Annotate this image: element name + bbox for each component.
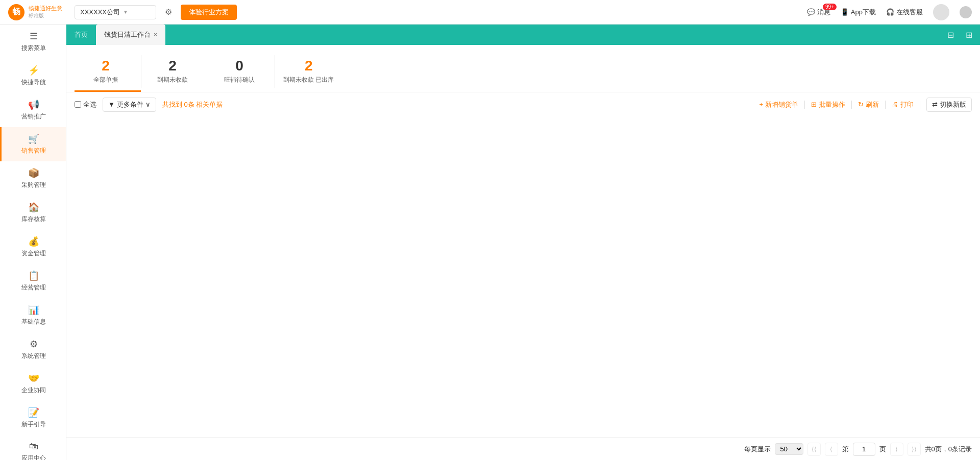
sidebar-label-sales: 销售管理	[21, 147, 46, 155]
filter-arrow-icon: ∨	[145, 101, 151, 108]
service-icon: 🎧	[886, 8, 894, 16]
logo-icon: 畅	[8, 4, 24, 20]
operations-icon: 📋	[28, 270, 39, 281]
first-page-button[interactable]: ⟨⟨	[807, 443, 821, 456]
summary-cards: 2 全部单据 2 到期未收款 0 旺辅待确认 2 到期未收款 已出库	[66, 45, 980, 92]
toolbar: 全选 ▼ 更多条件 ∨ 共找到 0条 相关单据 + 新增销货单	[66, 92, 980, 117]
refresh-icon: ↻	[858, 101, 864, 108]
message-icon: 💬	[807, 8, 815, 16]
sidebar-label-search-menu: 搜索菜单	[21, 44, 46, 53]
sidebar-label-quick-nav: 快捷导航	[21, 78, 46, 87]
next-page-button[interactable]: ⟩	[890, 443, 903, 456]
pagination-bar: 每页显示 50 100 200 ⟨⟨ ⟨ 第 页 ⟩ ⟩⟩ 共0页，0条记录	[66, 438, 980, 460]
card-out-stock[interactable]: 2 到期未收款 已出库	[275, 53, 346, 92]
sidebar-item-finance[interactable]: 💰 资金管理	[0, 230, 66, 264]
select-all-checkbox[interactable]: 全选	[75, 100, 96, 109]
app-download-label: App下载	[851, 8, 876, 17]
select-all-label: 全选	[83, 100, 96, 109]
sidebar-item-operations[interactable]: 📋 经营管理	[0, 264, 66, 298]
sidebar-item-marketing[interactable]: 📢 营销推广	[0, 93, 66, 127]
online-service-button[interactable]: 🎧 在线客服	[886, 8, 923, 17]
total-info: 共0页，0条记录	[925, 445, 972, 454]
found-count-info: 共找到 0条 相关单据	[162, 100, 223, 109]
enterprise-icon: 🤝	[28, 373, 39, 384]
sidebar-label-marketing: 营销推广	[21, 112, 46, 121]
guide-icon: 📝	[28, 407, 39, 418]
toolbar-divider-4	[920, 101, 920, 109]
tab-home[interactable]: 首页	[66, 25, 96, 45]
system-icon: ⚙	[30, 338, 38, 350]
switch-label: 切换新版	[940, 100, 966, 109]
content-area: 2 全部单据 2 到期未收款 0 旺辅待确认 2 到期未收款 已出库	[66, 45, 980, 460]
header-right: 💬 消息 99+ 📱 App下载 🎧 在线客服	[807, 4, 972, 20]
company-name: XXXXXX公司	[80, 8, 120, 17]
card-overdue-count: 2	[150, 57, 195, 75]
last-page-button[interactable]: ⟩⟩	[908, 443, 921, 456]
sidebar-item-purchase[interactable]: 📦 采购管理	[0, 161, 66, 196]
tab-home-label: 首页	[75, 30, 88, 39]
tab-close-icon[interactable]: ×	[154, 31, 157, 38]
print-button[interactable]: 🖨 打印	[892, 100, 914, 109]
prev-page-button[interactable]: ⟨	[825, 443, 838, 456]
tab-bar: 首页 钱货日清工作台 × ⊟ ⊞	[66, 25, 980, 45]
sidebar-item-sales[interactable]: 🛒 销售管理	[0, 127, 66, 161]
sidebar-label-enterprise: 企业协同	[21, 386, 46, 395]
quick-nav-icon: ⚡	[28, 65, 39, 76]
dropdown-arrow-icon: ▼	[123, 9, 128, 15]
sidebar-item-search-menu[interactable]: ☰ 搜索菜单	[0, 25, 66, 59]
logo-text: 畅捷通好生意	[29, 5, 62, 12]
tab-workbench[interactable]: 钱货日清工作台 ×	[96, 25, 165, 45]
settings-button[interactable]: ⚙	[160, 4, 177, 20]
sidebar: ☰ 搜索菜单 ⚡ 快捷导航 📢 营销推广 🛒 销售管理 📦 采购管理 🏠 库存核…	[0, 25, 66, 460]
sidebar-label-base-info: 基础信息	[21, 318, 46, 326]
sidebar-item-enterprise[interactable]: 🤝 企业协同	[0, 367, 66, 401]
logo-sub: 标准版	[29, 12, 62, 19]
tab-minimize-button[interactable]: ⊟	[943, 28, 958, 42]
search-menu-icon: ☰	[30, 31, 38, 42]
sidebar-item-quick-nav[interactable]: ⚡ 快捷导航	[0, 59, 66, 93]
messages-button[interactable]: 💬 消息 99+	[807, 8, 830, 17]
trial-button[interactable]: 体验行业方案	[181, 5, 237, 20]
avatar-secondary[interactable]	[960, 6, 972, 18]
app-download-button[interactable]: 📱 App下载	[841, 8, 876, 17]
sidebar-label-guide: 新手引导	[21, 420, 46, 429]
phone-icon: 📱	[841, 8, 849, 16]
select-all-input[interactable]	[75, 101, 81, 108]
tab-actions: ⊟ ⊞	[943, 28, 980, 42]
sidebar-item-system[interactable]: ⚙ 系统管理	[0, 332, 66, 367]
card-out-stock-label: 到期未收款 已出库	[283, 76, 334, 84]
sidebar-item-base-info[interactable]: 📊 基础信息	[0, 298, 66, 332]
page-number-input[interactable]	[853, 443, 875, 456]
batch-btn-label: 批量操作	[819, 100, 845, 109]
sidebar-item-app-center[interactable]: 🛍 应用中心	[0, 435, 66, 460]
per-page-select[interactable]: 50 100 200	[775, 443, 803, 455]
batch-button[interactable]: ⊞ 批量操作	[811, 100, 845, 109]
sidebar-item-guide[interactable]: 📝 新手引导	[0, 401, 66, 435]
avatar[interactable]	[933, 4, 949, 20]
messages-badge: 99+	[823, 4, 837, 10]
add-icon: +	[759, 101, 763, 108]
per-page-label: 每页显示	[744, 445, 771, 454]
page-label: 第	[842, 445, 849, 454]
card-all[interactable]: 2 全部单据	[75, 53, 141, 92]
top-header: 畅 畅捷通好生意 标准版 XXXXXX公司 ▼ ⚙ 体验行业方案 💬 消息 99…	[0, 0, 980, 25]
filter-button[interactable]: ▼ 更多条件 ∨	[103, 98, 156, 112]
filter-label: 更多条件	[117, 100, 143, 109]
sidebar-label-purchase: 采购管理	[21, 181, 46, 189]
sales-icon: 🛒	[28, 133, 39, 144]
card-pending-count: 0	[216, 57, 262, 75]
company-selector[interactable]: XXXXXX公司 ▼	[75, 5, 156, 19]
switch-version-button[interactable]: ⇄ 切换新版	[926, 98, 972, 112]
refresh-button[interactable]: ↻ 刷新	[858, 100, 879, 109]
sidebar-item-inventory[interactable]: 🏠 库存核算	[0, 196, 66, 230]
toolbar-divider-2	[851, 101, 852, 109]
add-btn-label: 新增销货单	[765, 100, 798, 109]
add-order-button[interactable]: + 新增销货单	[759, 100, 798, 109]
tab-expand-button[interactable]: ⊞	[962, 28, 976, 42]
card-overdue[interactable]: 2 到期未收款	[141, 53, 208, 92]
refresh-label: 刷新	[866, 100, 879, 109]
logo-text-area: 畅捷通好生意 标准版	[29, 5, 62, 19]
card-pending[interactable]: 0 旺辅待确认	[208, 53, 275, 92]
card-overdue-label: 到期未收款	[150, 76, 195, 84]
toolbar-divider-1	[804, 101, 805, 109]
